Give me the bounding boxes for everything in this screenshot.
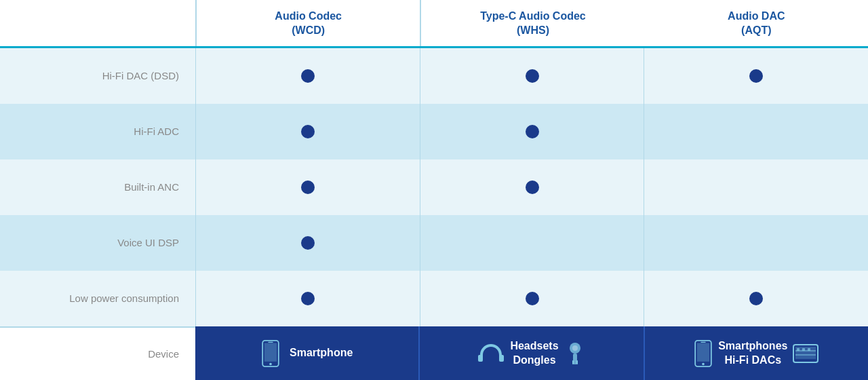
header-col-1: Audio Codec (WCD) — [195, 0, 420, 46]
svg-rect-9 — [576, 360, 578, 364]
row-cell-1 — [195, 215, 420, 271]
dongle-icon — [564, 341, 586, 366]
svg-rect-1 — [264, 343, 277, 361]
row-cell-3 — [644, 271, 868, 326]
svg-rect-5 — [499, 355, 504, 362]
device-col-2-icons: Headsets Dongles — [477, 339, 585, 368]
row-cell-2 — [420, 271, 644, 326]
smartphone2-icon — [694, 340, 713, 367]
row-cell-2 — [420, 104, 644, 159]
svg-point-10 — [572, 345, 578, 351]
svg-point-13 — [702, 362, 705, 365]
svg-rect-21 — [808, 348, 810, 351]
row-cell-1 — [195, 159, 420, 215]
table-row: Hi-Fi ADC — [0, 104, 868, 159]
table-row: Low power consumption — [0, 271, 868, 326]
device-col-3-icons: Smartphones Hi-Fi DACs — [694, 339, 818, 368]
svg-rect-12 — [697, 343, 709, 361]
svg-rect-19 — [797, 348, 800, 351]
device-col-3-text: Smartphones Hi-Fi DACs — [718, 339, 787, 368]
feature-dot — [301, 125, 315, 138]
header-col-2: Type-C Audio Codec (WHS) — [420, 0, 644, 46]
feature-dot — [526, 69, 539, 83]
row-label: Hi-Fi DAC (DSD) — [0, 70, 195, 81]
device-label: Device — [0, 326, 195, 380]
svg-rect-4 — [478, 355, 483, 362]
table-row: Voice UI DSP — [0, 215, 868, 271]
table-row: Hi-Fi DAC (DSD) — [0, 48, 868, 104]
feature-dot — [301, 292, 315, 305]
device-col-3: Smartphones Hi-Fi DACs — [644, 326, 868, 380]
header-empty — [0, 0, 195, 46]
row-cell-2 — [420, 48, 644, 104]
row-cell-1 — [195, 104, 420, 159]
feature-dot — [301, 69, 315, 83]
table-row: Built-in ANC — [0, 159, 868, 215]
header-row: Audio Codec (WCD) Type-C Audio Codec (WH… — [0, 0, 868, 48]
comparison-table: Audio Codec (WCD) Type-C Audio Codec (WH… — [0, 0, 868, 380]
row-label: Voice UI DSP — [0, 237, 195, 248]
feature-dot — [526, 125, 539, 138]
feature-dot — [301, 180, 315, 194]
row-cell-3 — [644, 48, 868, 104]
device-col-1: Smartphone — [195, 326, 418, 380]
row-label: Hi-Fi ADC — [0, 126, 195, 137]
smartphone-icon — [261, 340, 280, 367]
svg-point-2 — [269, 362, 272, 365]
feature-dot — [526, 292, 539, 305]
row-cell-3 — [644, 215, 868, 271]
header-col-3: Audio DAC (AQT) — [645, 0, 868, 46]
feature-dot — [301, 236, 315, 250]
row-cell-2 — [420, 159, 644, 215]
row-cell-1 — [195, 48, 420, 104]
row-cell-1 — [195, 271, 420, 326]
device-col-2: Headsets Dongles — [418, 326, 643, 380]
device-row: Device Smartphone — [0, 326, 868, 380]
feature-dot — [749, 292, 763, 305]
row-cell-2 — [420, 215, 644, 271]
svg-rect-8 — [572, 360, 574, 364]
svg-rect-3 — [268, 341, 273, 342]
row-cell-3 — [644, 104, 868, 159]
svg-rect-14 — [701, 341, 706, 342]
feature-dot — [749, 69, 763, 83]
row-label: Low power consumption — [0, 292, 195, 304]
feature-dot — [526, 180, 539, 194]
device-col-2-text: Headsets Dongles — [510, 339, 558, 368]
device-col-1-text: Smartphone — [290, 346, 353, 360]
row-label: Built-in ANC — [0, 181, 195, 193]
hifi-dac-icon — [793, 341, 818, 366]
svg-rect-20 — [802, 348, 805, 351]
headphone-icon — [477, 341, 505, 366]
data-rows: Hi-Fi DAC (DSD)Hi-Fi ADCBuilt-in ANCVoic… — [0, 48, 868, 326]
row-cell-3 — [644, 159, 868, 215]
